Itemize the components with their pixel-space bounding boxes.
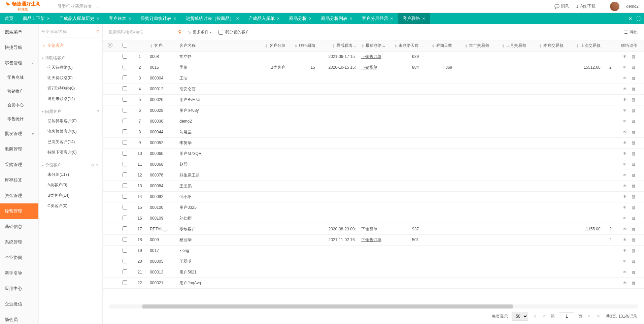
tree-leaf[interactable]: C类客户(0) <box>41 201 100 211</box>
close-icon[interactable]: ✕ <box>422 17 425 21</box>
last-action-link[interactable]: 下销货单 <box>361 65 377 70</box>
row-checkbox[interactable] <box>123 129 127 134</box>
nav-item[interactable]: 零售管理▴ <box>0 55 38 71</box>
tree-leaf[interactable]: 今天待联络(0) <box>41 62 100 73</box>
nav-item[interactable]: 电商管理 <box>0 141 38 157</box>
view-icon[interactable]: 👁 <box>623 87 627 91</box>
qr-icon[interactable]: ▦ <box>632 65 635 70</box>
qr-icon[interactable]: ▦ <box>632 130 635 134</box>
my-customers-checkbox[interactable]: 我分管的客户 <box>218 29 249 35</box>
view-icon[interactable]: 👁 <box>623 173 627 177</box>
tree-leaf[interactable]: B类客户(14) <box>41 190 100 201</box>
tree-root[interactable]: ⌂ 全部客户 <box>41 41 100 51</box>
column-header[interactable]: ▲▼未联络天数 <box>388 40 421 51</box>
nav-item[interactable]: 零售商城 <box>0 71 38 85</box>
nav-item[interactable]: 系统管理 <box>0 234 38 250</box>
qr-icon[interactable]: ▦ <box>632 97 635 102</box>
column-header[interactable]: ▲▼本年交易额 <box>455 40 492 51</box>
tree-leaf[interactable]: 流失预警客户(0) <box>41 126 100 137</box>
app-download-link[interactable]: ⤓App下载 <box>576 3 596 9</box>
qr-icon[interactable]: ▦ <box>632 248 635 253</box>
view-icon[interactable]: 👁 <box>623 54 627 59</box>
row-checkbox[interactable] <box>123 237 127 242</box>
row-checkbox[interactable] <box>123 108 127 112</box>
column-header[interactable]: ▲▼上月交易额 <box>492 40 529 51</box>
tree-leaf[interactable]: 回购异常客户(0) <box>41 116 100 126</box>
qr-icon[interactable]: ▦ <box>632 140 635 145</box>
row-checkbox[interactable] <box>123 226 127 231</box>
qr-icon[interactable]: ▦ <box>632 108 635 113</box>
qr-icon[interactable]: ▦ <box>632 227 635 231</box>
pager-prev-icon[interactable]: < <box>542 314 547 319</box>
view-icon[interactable]: 👁 <box>623 281 627 285</box>
nav-item[interactable]: 批发管理▾ <box>0 126 38 141</box>
nav-item[interactable]: 企业协同 <box>0 250 38 265</box>
row-checkbox[interactable] <box>123 162 127 166</box>
view-icon[interactable]: 👁 <box>623 65 627 70</box>
qr-icon[interactable]: ▦ <box>632 151 635 156</box>
view-icon[interactable]: 👁 <box>623 259 627 264</box>
close-icon[interactable]: ✕ <box>390 17 393 21</box>
nav-item[interactable]: 应用中心 <box>0 281 38 296</box>
page-input[interactable] <box>559 312 574 320</box>
qr-icon[interactable]: ▦ <box>632 270 635 274</box>
page-size-select[interactable]: 50 <box>512 312 528 321</box>
row-checkbox[interactable] <box>123 86 127 91</box>
qr-icon[interactable]: ▦ <box>632 76 635 80</box>
view-icon[interactable]: 👁 <box>623 151 627 156</box>
row-checkbox[interactable] <box>123 54 127 59</box>
tab[interactable]: 客户联络✕ <box>398 13 430 24</box>
tree-leaf[interactable]: 持续下滑客户(0) <box>41 147 100 158</box>
view-icon[interactable]: 👁 <box>623 205 627 210</box>
tab[interactable]: 商品上下架✕ <box>18 13 55 24</box>
column-header[interactable]: ▲▼客户... <box>147 40 177 51</box>
export-button[interactable]: ☳ 导出 <box>624 29 638 35</box>
edit-icon[interactable]: ✎ <box>96 163 99 168</box>
view-icon[interactable]: 👁 <box>623 184 627 188</box>
tab[interactable]: 商品分析✕ <box>284 13 316 24</box>
tab-close-all-icon[interactable]: ✕ <box>629 16 632 21</box>
nav-item[interactable]: 新手引导 <box>0 265 38 281</box>
qr-icon[interactable]: ▦ <box>632 216 635 221</box>
qr-icon[interactable]: ▦ <box>632 259 635 264</box>
info-icon[interactable]: ? <box>97 109 99 114</box>
tree-leaf[interactable]: 未分组(117) <box>41 169 100 180</box>
qr-icon[interactable]: ▦ <box>632 281 635 285</box>
view-icon[interactable]: 👁 <box>623 216 627 221</box>
search-icon[interactable]: ⚲ <box>178 29 181 35</box>
qr-icon[interactable]: ▦ <box>632 194 635 199</box>
nav-item[interactable]: 企业微信 <box>0 296 38 312</box>
tree-group[interactable]: ▾待联络客户 <box>41 54 100 62</box>
close-icon[interactable]: ✕ <box>309 17 312 21</box>
tab[interactable]: 客户账本✕ <box>104 13 136 24</box>
nav-item[interactable]: 基础信息 <box>0 219 38 234</box>
nav-item[interactable]: 搜索菜单 <box>0 24 38 40</box>
avatar[interactable] <box>610 2 619 11</box>
close-icon[interactable]: ✕ <box>173 17 176 21</box>
view-icon[interactable]: 👁 <box>623 270 627 274</box>
account-dropdown[interactable]: 母婴行业演示账套 <box>57 3 92 9</box>
pager-next-icon[interactable]: > <box>586 314 591 319</box>
close-icon[interactable]: ✕ <box>47 17 50 21</box>
close-icon[interactable]: ✕ <box>349 17 352 21</box>
pager-last-icon[interactable]: >I <box>596 314 602 319</box>
view-icon[interactable]: 👁 <box>623 97 627 102</box>
username[interactable]: demo2 <box>626 4 639 9</box>
last-action-link[interactable]: 下销售订单 <box>361 237 381 242</box>
nav-item[interactable]: 采购管理 <box>0 157 38 172</box>
tree-leaf[interactable]: 近7天待联络(0) <box>41 83 100 94</box>
tree-group[interactable]: ▾问题客户? <box>41 107 100 116</box>
column-header[interactable]: ▲▼联络周期 <box>288 40 318 51</box>
pager-first-icon[interactable]: K <box>532 314 538 319</box>
nav-item[interactable]: 会员中心 <box>0 98 38 112</box>
nav-item[interactable]: 快捷导航 <box>0 40 38 55</box>
table-h-scrollbar[interactable] <box>109 304 638 309</box>
row-checkbox[interactable] <box>123 216 127 220</box>
row-checkbox[interactable] <box>123 205 127 209</box>
nav-item[interactable]: 营销推广 <box>0 85 38 98</box>
qr-icon[interactable]: ▦ <box>632 205 635 210</box>
search-icon[interactable]: ⚲ <box>96 29 100 34</box>
tree-leaf[interactable]: A类客户(0) <box>41 180 100 190</box>
tab[interactable]: 产成品入库单✕ <box>244 13 284 24</box>
row-checkbox[interactable] <box>123 183 127 188</box>
